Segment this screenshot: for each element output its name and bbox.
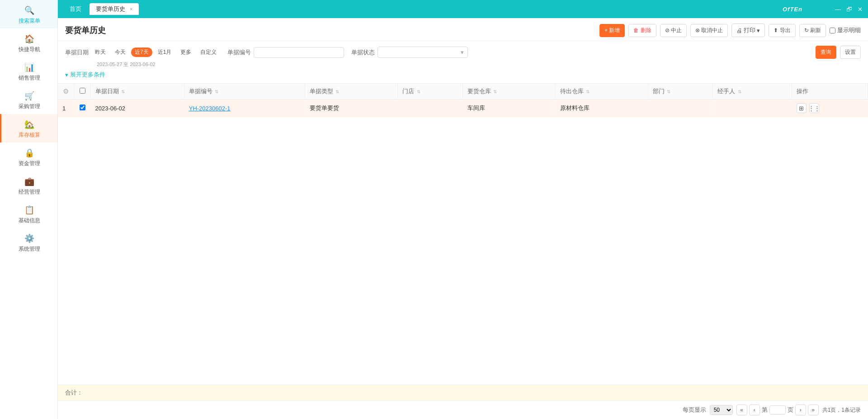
inventory-label: 库存核算 (19, 131, 40, 139)
last-page-btn[interactable]: » (808, 405, 819, 415)
date-label: 单据日期 (65, 48, 89, 57)
date-option-近7天[interactable]: 近7天 (131, 48, 152, 57)
table-settings-icon[interactable]: ⚙ (63, 87, 69, 95)
row-checkbox-cell (74, 100, 90, 117)
tab-close-icon[interactable]: × (130, 6, 132, 12)
col-store[interactable]: 门店 ⇅ (397, 84, 462, 100)
date-option-更多[interactable]: 更多 (177, 48, 195, 57)
settings-button[interactable]: 设置 (840, 46, 861, 59)
export-button[interactable]: ⬆ 导出 (769, 24, 795, 37)
quick-nav-icon: 🏠 (24, 34, 34, 44)
date-option-昨天[interactable]: 昨天 (91, 48, 109, 57)
footer-total-label: 合计： (65, 389, 83, 396)
col-dept[interactable]: 部门 ⇅ (648, 84, 713, 100)
col-billtype[interactable]: 单据类型 ⇅ (305, 84, 397, 100)
row-bill-no[interactable]: YH-20230602-1 (184, 100, 305, 117)
sort-req-icon: ⇅ (493, 89, 497, 94)
date-option-自定义[interactable]: 自定义 (197, 48, 220, 57)
table-body: 1 2023-06-02 YH-20230602-1 要货单要货 车间库 原材料… (58, 100, 868, 117)
tab-home[interactable]: 首页 (63, 3, 88, 15)
minimize-btn[interactable]: — (835, 6, 841, 13)
billno-input[interactable] (254, 47, 344, 58)
row-index: 1 (58, 100, 74, 117)
date-option-近1月[interactable]: 近1月 (154, 48, 175, 57)
print-label: 打印 (744, 26, 755, 34)
logo-text: OfTEn (783, 6, 802, 13)
restore-btn[interactable]: 🗗 (846, 6, 852, 13)
filter-date-group: 单据日期 昨天今天近7天近1月更多自定义 (65, 48, 220, 57)
expand-icon: ▾ (65, 71, 68, 78)
row-checkbox[interactable] (80, 105, 85, 110)
print-button[interactable]: 🖨 打印 ▾ (731, 24, 765, 37)
tab-active[interactable]: 要货单历史 × (90, 3, 139, 15)
sort-billno-icon: ⇅ (215, 89, 218, 94)
sidebar: 🔍搜索菜单🏠快捷导航📊销售管理🛒采购管理🏡库存核算🔒资金管理💼经营管理📋基础信息… (0, 0, 58, 419)
close-btn[interactable]: ✕ (858, 6, 863, 13)
sidebar-item-operations[interactable]: 💼经营管理 (0, 171, 57, 200)
system-icon: ⚙️ (24, 233, 34, 243)
filter-billno-group: 单据编号 (227, 47, 344, 58)
col-handler[interactable]: 经手人 ⇅ (713, 84, 792, 100)
date-options: 昨天今天近7天近1月更多自定义 (91, 48, 220, 57)
date-option-今天[interactable]: 今天 (111, 48, 129, 57)
topbar: 首页 要货单历史 × OfTEn — 🗗 ✕ (58, 0, 868, 18)
sidebar-item-inventory[interactable]: 🏡库存核算 (0, 114, 57, 143)
page-input[interactable]: 1 (769, 405, 786, 414)
print-dropdown-icon: ▾ (757, 27, 760, 34)
row-edit-btn[interactable]: ⊞ (797, 103, 807, 113)
filter-status-group: 单据状态 ▾ (351, 47, 468, 58)
display-detail-checkbox[interactable] (830, 28, 835, 33)
inventory-icon: 🏡 (24, 119, 34, 129)
cancel-stop-button[interactable]: ⊗ 取消中止 (690, 24, 728, 37)
sort-store-icon: ⇅ (417, 89, 420, 94)
sort-dept-icon: ⇅ (667, 89, 670, 94)
sales-label: 销售管理 (19, 74, 40, 82)
next-page-btn[interactable]: › (795, 405, 806, 415)
col-billno[interactable]: 单据编号 ⇅ (184, 84, 305, 100)
content-area: 要货单历史 + 新增 🗑 删除 ⊘ 中止 ⊗ 取消中止 🖨 打印 ▾ ⬆ 导出 … (58, 18, 868, 419)
row-more-btn[interactable]: ⋮⋮ (809, 103, 819, 113)
sort-date-icon: ⇅ (121, 89, 125, 94)
page-nav: « ‹ 第 1 页 › » (736, 405, 819, 415)
row-dept (648, 100, 713, 117)
sidebar-item-search-menu[interactable]: 🔍搜索菜单 (0, 0, 57, 29)
delete-button[interactable]: 🗑 删除 (628, 24, 656, 37)
page-title: 要货单历史 (65, 25, 106, 36)
col-req-warehouse[interactable]: 要货仓库 ⇅ (462, 84, 555, 100)
sidebar-item-sales[interactable]: 📊销售管理 (0, 57, 57, 86)
prev-page-btn[interactable]: ‹ (749, 405, 760, 415)
page-size-label: 每页显示 (683, 406, 706, 414)
select-all-checkbox[interactable] (80, 88, 85, 94)
sidebar-item-purchase[interactable]: 🛒采购管理 (0, 86, 57, 114)
add-button[interactable]: + 新增 (599, 24, 625, 37)
status-select[interactable]: ▾ (377, 47, 468, 58)
sidebar-item-finance[interactable]: 🔒资金管理 (0, 143, 57, 171)
operations-label: 经营管理 (19, 188, 40, 196)
table-area: ⚙ 单据日期 ⇅ 单据编号 ⇅ 单据类型 ⇅ 门店 ⇅ 要货仓库 ⇅ 待出仓库 … (58, 84, 868, 385)
search-menu-label: 搜索菜单 (19, 17, 40, 25)
col-pending-warehouse[interactable]: 待出仓库 ⇅ (555, 84, 648, 100)
purchase-label: 采购管理 (19, 103, 40, 110)
expand-more-btn[interactable]: ▾ 展开更多条件 (65, 71, 861, 79)
sidebar-item-base-info[interactable]: 📋基础信息 (0, 200, 57, 228)
settings-cell: ⚙ (58, 84, 74, 100)
main-area: 首页 要货单历史 × OfTEn — 🗗 ✕ 要货单历史 + 新增 🗑 删除 ⊘… (58, 0, 868, 419)
sales-icon: 📊 (24, 62, 34, 72)
finance-label: 资金管理 (19, 160, 40, 167)
page-total: 共1页，1条记录 (822, 406, 861, 414)
refresh-button[interactable]: ↻ 刷新 (799, 24, 826, 37)
query-button[interactable]: 查询 (816, 46, 836, 59)
page-size-select[interactable]: 50 100 200 (710, 405, 733, 415)
col-date[interactable]: 单据日期 ⇅ (90, 84, 184, 100)
display-detail-toggle[interactable]: 显示明细 (830, 26, 861, 34)
row-date: 2023-06-02 (90, 100, 184, 117)
page-label-before: 第 (762, 406, 768, 414)
sidebar-item-system[interactable]: ⚙️系统管理 (0, 228, 57, 257)
system-label: 系统管理 (19, 245, 40, 253)
data-table: ⚙ 单据日期 ⇅ 单据编号 ⇅ 单据类型 ⇅ 门店 ⇅ 要货仓库 ⇅ 待出仓库 … (58, 84, 868, 117)
row-store (397, 100, 462, 117)
first-page-btn[interactable]: « (736, 405, 747, 415)
sidebar-item-quick-nav[interactable]: 🏠快捷导航 (0, 29, 57, 57)
row-bill-type: 要货单要货 (305, 100, 397, 117)
stop-button[interactable]: ⊘ 中止 (660, 24, 687, 37)
